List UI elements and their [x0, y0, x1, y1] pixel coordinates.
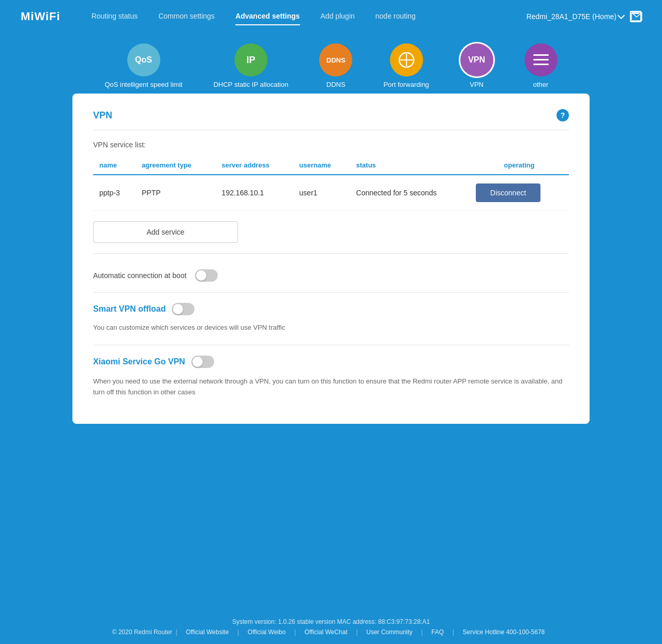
- divider-1: [93, 253, 569, 254]
- xiaomi-vpn-description: When you need to use the external networ…: [93, 372, 569, 403]
- vpn-label: VPN: [470, 81, 484, 88]
- cell-server-address: 192.168.10.1: [216, 175, 293, 211]
- footer-copyright: © 2020 Redmi Router: [112, 628, 172, 636]
- disconnect-button[interactable]: Disconnect: [476, 183, 540, 202]
- portfwd-icon: [390, 43, 423, 76]
- icon-nav-other[interactable]: other: [524, 43, 558, 88]
- vpn-icon: VPN: [460, 43, 493, 76]
- footer-link-official-website[interactable]: Official Website: [180, 628, 234, 636]
- dhcp-icon: IP: [234, 43, 267, 76]
- service-list-label: VPN service list:: [93, 141, 569, 149]
- col-status: status: [350, 157, 470, 175]
- col-operating: operating: [470, 157, 569, 175]
- header: MiWiFi Routing status Common settings Ad…: [0, 0, 662, 33]
- footer-link-service-hotline[interactable]: Service Hotline 400-100-5678: [458, 628, 550, 636]
- nav-advanced-settings[interactable]: Advanced settings: [235, 8, 299, 25]
- cell-status: Connected for 5 seconds: [350, 175, 470, 211]
- table-row: pptp-3 PPTP 192.168.10.1 user1 Connected…: [93, 175, 569, 211]
- portfwd-label: Port forwarding: [383, 81, 429, 88]
- icon-nav-dhcp[interactable]: IP DHCP static IP allocation: [214, 43, 289, 88]
- smart-vpn-section: Smart VPN offload You can customize whic…: [93, 292, 569, 340]
- nav-add-plugin[interactable]: Add plugin: [321, 8, 355, 25]
- vpn-table-header-row: name agreement type server address usern…: [93, 157, 569, 175]
- main-content: VPN ? VPN service list: name agreement t…: [0, 94, 662, 610]
- nav-routing-status[interactable]: Routing status: [92, 8, 138, 25]
- col-username: username: [293, 157, 350, 175]
- vpn-active-indicator: [471, 94, 483, 100]
- qos-label: QoS intelligent speed limit: [104, 81, 182, 88]
- nav-common-settings[interactable]: Common settings: [158, 8, 215, 25]
- dhcp-label: DHCP static IP allocation: [214, 81, 289, 88]
- icon-nav: QoS QoS intelligent speed limit IP DHCP …: [0, 33, 662, 94]
- svg-rect-5: [533, 59, 549, 60]
- vpn-table-head: name agreement type server address usern…: [93, 157, 569, 175]
- cell-agreement-type: PPTP: [136, 175, 216, 211]
- footer-link-faq[interactable]: FAQ: [426, 628, 449, 636]
- footer-system-version: System version: 1.0.26 stable version MA…: [0, 618, 662, 625]
- footer-link-user-community[interactable]: User Community: [361, 628, 417, 636]
- cell-name: pptp-3: [93, 175, 136, 211]
- vpn-table-body: pptp-3 PPTP 192.168.10.1 user1 Connected…: [93, 175, 569, 211]
- logo: MiWiFi: [21, 10, 61, 23]
- footer-link-official-weibo[interactable]: Official Weibo: [243, 628, 291, 636]
- auto-connection-toggle[interactable]: [195, 269, 218, 282]
- xiaomi-vpn-section: Xiaomi Service Go VPN When you need to u…: [93, 345, 569, 403]
- icon-nav-portfwd[interactable]: Port forwarding: [383, 43, 429, 88]
- xiaomi-vpn-title: Xiaomi Service Go VPN: [93, 356, 569, 368]
- icon-nav-vpn[interactable]: VPN VPN: [460, 43, 493, 88]
- cell-username: user1: [293, 175, 350, 211]
- svg-rect-4: [533, 54, 549, 56]
- router-name[interactable]: Redmi_28A1_D75E (Home): [526, 12, 624, 21]
- smart-vpn-toggle[interactable]: [172, 303, 194, 315]
- vpn-section-title: VPN ?: [93, 109, 569, 130]
- icon-nav-qos[interactable]: QoS QoS intelligent speed limit: [104, 43, 182, 88]
- footer: System version: 1.0.26 stable version MA…: [0, 610, 662, 644]
- xiaomi-vpn-toggle[interactable]: [191, 356, 214, 368]
- vpn-table: name agreement type server address usern…: [93, 157, 569, 211]
- help-button[interactable]: ?: [556, 109, 569, 121]
- other-icon: [524, 43, 558, 76]
- footer-links: © 2020 Redmi Router | Official Website |…: [0, 628, 662, 636]
- smart-vpn-description: You can customize which services or devi…: [93, 319, 569, 340]
- main-nav: Routing status Common settings Advanced …: [92, 8, 526, 25]
- qos-icon: QoS: [127, 43, 160, 76]
- smart-vpn-title: Smart VPN offload: [93, 303, 569, 315]
- col-agreement-type: agreement type: [136, 157, 216, 175]
- header-right: Redmi_28A1_D75E (Home): [526, 11, 641, 22]
- content-card: VPN ? VPN service list: name agreement t…: [72, 94, 590, 424]
- cell-operating: Disconnect: [470, 175, 569, 211]
- svg-rect-6: [533, 64, 549, 65]
- nav-node-routing[interactable]: node routing: [375, 8, 416, 25]
- add-service-button[interactable]: Add service: [93, 221, 238, 243]
- other-label: other: [533, 81, 549, 88]
- icon-nav-ddns[interactable]: DDNS DDNS: [319, 43, 352, 88]
- auto-connection-label: Automatic connection at boot: [93, 271, 187, 280]
- mail-icon[interactable]: [630, 11, 641, 22]
- chevron-down-icon: [618, 12, 625, 19]
- col-name: name: [93, 157, 136, 175]
- ddns-icon: DDNS: [319, 43, 352, 76]
- footer-link-official-wechat[interactable]: Official WeChat: [299, 628, 353, 636]
- ddns-label: DDNS: [326, 81, 345, 88]
- auto-connection-row: Automatic connection at boot: [93, 264, 569, 287]
- col-server-address: server address: [216, 157, 293, 175]
